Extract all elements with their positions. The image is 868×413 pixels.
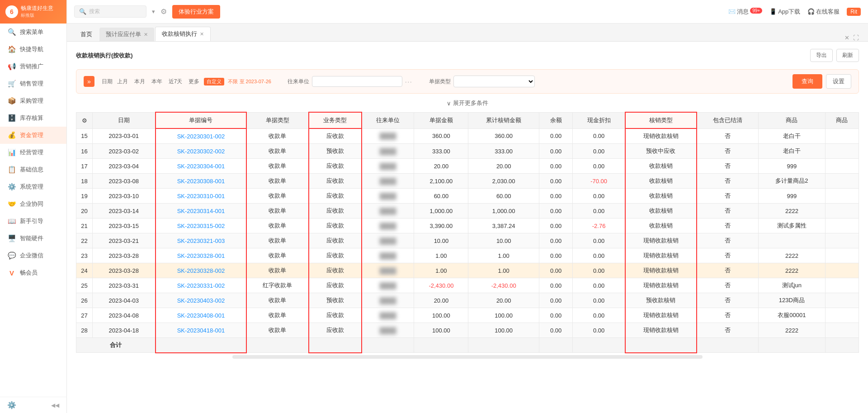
sidebar-settings-icon[interactable]: ⚙️ (7, 401, 16, 409)
sidebar-item-guide[interactable]: 📖 新手引导 (0, 213, 66, 230)
tab-home[interactable]: 首页 (74, 28, 99, 41)
table-row: 18 2023-03-08 SK-20230308-001 收款单 应收款 ██… (76, 174, 859, 189)
cell-date: 2023-03-01 (93, 128, 156, 144)
cell-biz-type: 应收款 (309, 278, 362, 293)
cell-amount: 60.00 (414, 189, 468, 204)
cell-goods2 (825, 159, 859, 174)
sidebar-label-operation: 经营管理 (20, 148, 43, 157)
topbar-gear-icon[interactable]: ⚙ (160, 7, 167, 16)
partner-input[interactable] (312, 76, 402, 87)
cell-included: 否 (697, 263, 759, 278)
date-this-year[interactable]: 本年 (150, 77, 164, 86)
cell-amount: 360.00 (414, 128, 468, 144)
cell-cancel-type: 收款核销 (625, 159, 697, 174)
cell-bill-type: 收款单 (246, 293, 309, 308)
table-row: 24 2023-03-28 SK-20230328-002 收款单 应收款 ██… (76, 263, 859, 278)
cell-partner: ████ (362, 159, 414, 174)
sidebar-item-quick[interactable]: 🏠 快捷导航 (0, 41, 66, 58)
th-cancel-type: 核销类型 (625, 112, 697, 128)
cell-bill-no: SK-20230328-002 (156, 263, 247, 278)
bill-no-link[interactable]: SK-20230310-001 (177, 193, 225, 199)
date-this-month[interactable]: 本月 (132, 77, 147, 86)
topbar-dropdown-icon[interactable]: ▾ (152, 8, 155, 15)
online-service-area[interactable]: 🎧 在线客服 (807, 8, 840, 16)
tab-receipt-close[interactable]: ✕ (200, 31, 204, 37)
sidebar-item-basic[interactable]: 📋 基础信息 (0, 161, 66, 178)
refresh-button[interactable]: 刷新 (836, 49, 859, 62)
bill-no-link[interactable]: SK-20230403-002 (177, 297, 225, 304)
sidebar-bottom: ⚙️ ◀◀ (0, 397, 66, 413)
bill-no-link[interactable]: SK-20230302-002 (177, 148, 225, 155)
bill-no-link[interactable]: SK-20230304-001 (177, 163, 225, 170)
export-button[interactable]: 导出 (810, 49, 833, 62)
tab-prepay-close[interactable]: ✕ (144, 32, 148, 38)
tab-prepay[interactable]: 预计应应付单 ✕ (99, 28, 154, 41)
sidebar-item-corp[interactable]: 🤝 企业协同 (0, 195, 66, 213)
footer-included (697, 338, 759, 353)
sidebar-item-system[interactable]: ⚙️ 系统管理 (0, 178, 66, 195)
sidebar-item-marketing[interactable]: 📢 营销推广 (0, 58, 66, 75)
partner-dots[interactable]: ··· (405, 78, 413, 85)
sidebar-item-hardware[interactable]: 🖥️ 智能硬件 (0, 230, 66, 247)
bill-no-link[interactable]: SK-20230331-002 (177, 282, 225, 289)
filter-setting-button[interactable]: 设置 (826, 74, 851, 89)
app-download-area[interactable]: 📱 App下载 (769, 8, 800, 16)
sidebar-item-sales[interactable]: 🛒 销售管理 (0, 75, 66, 92)
user-avatar[interactable]: Rit (847, 8, 861, 16)
cell-biz-type: 应收款 (309, 189, 362, 204)
cell-balance: 0.00 (539, 263, 572, 278)
bill-no-link[interactable]: SK-20230314-001 (177, 208, 225, 214)
solution-button[interactable]: 体验行业方案 (172, 5, 220, 19)
bill-no-link[interactable]: SK-20230321-003 (177, 237, 225, 244)
date-more[interactable]: 更多 (187, 77, 201, 86)
billtype-select[interactable] (453, 76, 535, 87)
bill-no-link[interactable]: SK-20230308-001 (177, 178, 225, 185)
horizontal-scrollbar[interactable] (232, 355, 702, 359)
sidebar-item-finance[interactable]: 💰 资金管理 (0, 127, 66, 144)
cell-bill-no: SK-20230302-002 (156, 144, 247, 159)
settings-icon[interactable]: ⚙ (82, 117, 87, 124)
th-balance: 余额 (539, 112, 572, 128)
main-area: 🔍 搜索 ▾ ⚙ 体验行业方案 ✉️ 消息 99+ 📱 App下载 🎧 在线客服… (67, 0, 868, 413)
date-last-month[interactable]: 上月 (115, 77, 130, 86)
sidebar-label-system: 系统管理 (20, 183, 43, 191)
sidebar-item-operation[interactable]: 📊 经营管理 (0, 144, 66, 161)
tab-expand-icon[interactable]: ⛶ (853, 34, 859, 41)
sidebar-item-wechat[interactable]: 💬 企业微信 (0, 247, 66, 264)
sales-icon: 🛒 (7, 80, 16, 88)
bill-no-link[interactable]: SK-20230315-002 (177, 223, 225, 229)
sidebar-item-member[interactable]: V 畅会员 (0, 264, 66, 281)
sidebar-collapse-icon[interactable]: ◀◀ (51, 402, 59, 408)
tab-close-all-icon[interactable]: ✕ (844, 34, 849, 41)
search-magnifier-icon: 🔍 (79, 8, 86, 15)
cell-cancel-type: 现销收款核销 (625, 128, 697, 144)
cell-goods2 (825, 189, 859, 204)
cell-biz-type: 应收款 (309, 204, 362, 218)
date-custom[interactable]: 自定义 (204, 78, 224, 85)
cell-verified: 2,030.00 (468, 174, 539, 189)
th-settings[interactable]: ⚙ (76, 112, 93, 128)
cell-row-no: 21 (76, 218, 93, 233)
filter-expand-button[interactable]: » (84, 76, 94, 87)
expand-more-bar[interactable]: ∨ 展开更多条件 (76, 99, 859, 107)
query-button[interactable]: 查询 (793, 74, 822, 89)
cell-goods2 (825, 128, 859, 144)
message-area[interactable]: ✉️ 消息 99+ (728, 8, 762, 16)
sidebar-item-inventory[interactable]: 🗄️ 库存核算 (0, 109, 66, 127)
bill-no-link[interactable]: SK-20230328-002 (177, 267, 225, 274)
sidebar-item-search[interactable]: 🔍 搜索菜单 (0, 24, 66, 41)
tab-receipt[interactable]: 收款核销执行 ✕ (155, 27, 211, 41)
bill-no-link[interactable]: SK-20230301-002 (177, 133, 225, 140)
cell-row-no: 15 (76, 128, 93, 144)
partner-value: ████ (380, 163, 396, 170)
topbar-search[interactable]: 🔍 搜索 (74, 5, 146, 18)
basic-icon: 📋 (7, 166, 16, 174)
cell-goods2 (825, 308, 859, 323)
bill-no-link[interactable]: SK-20230328-001 (177, 252, 225, 259)
date-7days[interactable]: 近7天 (167, 77, 184, 86)
bill-no-link[interactable]: SK-20230408-001 (177, 312, 225, 319)
date-hint: 不限 至 2023-07-26 (228, 78, 271, 85)
table-row: 25 2023-03-31 SK-20230331-002 红字收款单 应收款 … (76, 278, 859, 293)
bill-no-link[interactable]: SK-20230418-001 (177, 327, 225, 334)
sidebar-item-purchase[interactable]: 📦 采购管理 (0, 92, 66, 109)
